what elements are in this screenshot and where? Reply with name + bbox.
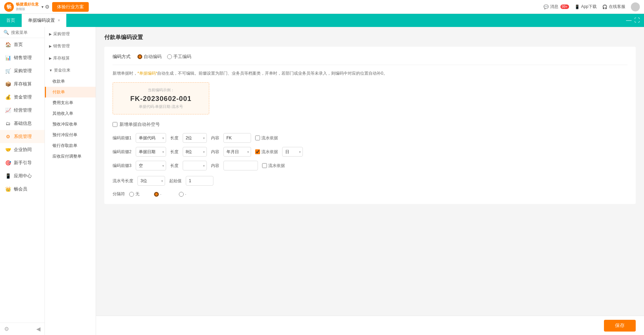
message-item[interactable]: 💬 消息 99+ <box>544 4 569 10</box>
sidebar-item-guide[interactable]: 🎯 新手引导 <box>0 156 45 169</box>
sidebar-item-membership[interactable]: 👑 畅会员 <box>0 183 45 196</box>
sub-group-purchase-header[interactable]: ▶ 采购管理 <box>45 28 96 40</box>
length1-select-wrap[interactable]: 2位 <box>183 133 207 143</box>
sub-group-sales-header[interactable]: ▶ 销售管理 <box>45 40 96 52</box>
serial-start-label: 起始值 <box>169 178 182 184</box>
serial3-checkbox-wrap: 流水依据 <box>262 163 285 169</box>
tab-encoding-settings[interactable]: 单据编码设置 × <box>22 14 66 27</box>
content2-select[interactable]: 年月日 <box>223 147 251 157</box>
settings-footer-icon[interactable]: ⚙ <box>4 326 9 332</box>
search-icon: 🔍 <box>3 30 9 35</box>
sub-item-pre-payable[interactable]: 预付冲应付单 <box>45 130 96 140</box>
length1-select[interactable]: 2位 <box>183 133 207 143</box>
serial2-unit-wrap[interactable]: 日 <box>282 147 303 157</box>
nav-settings-icon[interactable]: ⚙ <box>45 4 49 10</box>
form-row-3: 编码前缀3 空 长度 内容 <box>113 161 627 170</box>
preview-label: 当前编码示例： <box>120 87 202 93</box>
inventory-icon: 📦 <box>5 81 11 87</box>
prefix2-select[interactable]: 单据日期 <box>136 147 166 157</box>
nav-dropdown-arrow[interactable]: ▾ <box>41 4 44 9</box>
message-icon: 💬 <box>544 4 549 9</box>
tab-home[interactable]: 首页 <box>0 14 22 27</box>
service-icon: 🎧 <box>602 4 607 9</box>
sidebar-item-base[interactable]: 🗂 基础信息 <box>0 117 45 130</box>
bottom-bar: 保存 <box>96 316 644 335</box>
serial-length-select[interactable]: 3位 <box>137 176 165 186</box>
auto-zero-checkbox[interactable] <box>113 122 117 127</box>
sidebar-item-apps[interactable]: 📱 应用中心 <box>0 169 45 183</box>
prefix2-select-wrap[interactable]: 单据日期 <box>136 147 166 157</box>
logo-text-block: 畅捷通好生意 旗舰版 <box>16 2 39 11</box>
length3-select-wrap[interactable] <box>183 161 207 170</box>
serial1-checkbox[interactable] <box>255 136 260 140</box>
sidebar-item-sales[interactable]: 📊 销售管理 <box>0 51 45 64</box>
save-button[interactable]: 保存 <box>604 320 636 332</box>
sep-dot2-radio[interactable] <box>179 192 184 197</box>
sub-item-bank[interactable]: 银行存取款单 <box>45 140 96 151</box>
app-download-item[interactable]: 📱 App下载 <box>575 4 597 10</box>
sub-item-other-income[interactable]: 其他收入单 <box>45 108 96 119</box>
sub-item-payment[interactable]: 付款单 <box>45 87 96 97</box>
manual-encoding-radio[interactable] <box>167 54 172 59</box>
sidebar-item-system[interactable]: ⚙ 系统管理 <box>0 130 45 143</box>
sub-item-pre-receivable[interactable]: 预收冲应收单 <box>45 119 96 130</box>
prefix1-select-wrap[interactable]: 单据代码 <box>136 133 166 143</box>
purchase-arrow-icon: ▶ <box>49 32 52 36</box>
sep-dot-option[interactable]: · <box>154 192 173 197</box>
sub-item-adjustment[interactable]: 应收应付调整单 <box>45 151 96 162</box>
sub-group-inventory-header[interactable]: ▶ 库存核算 <box>45 53 96 64</box>
serial3-checkbox[interactable] <box>262 163 267 168</box>
sub-group-purchase: ▶ 采购管理 <box>45 28 96 40</box>
tab-close-button[interactable]: × <box>58 18 60 23</box>
content2-select-wrap[interactable]: 年月日 <box>223 147 251 157</box>
sep-dot-radio[interactable] <box>154 192 159 197</box>
topbar: 畅 畅捷通好生意 旗舰版 ▾ ⚙ 体验行业方案 💬 消息 99+ 📱 App下载… <box>0 0 644 14</box>
sidebar-item-home[interactable]: 🏠 首页 <box>0 38 45 51</box>
sub-group-capital-header[interactable]: ▼ 资金往来 <box>45 65 96 76</box>
sidebar-item-label-home: 首页 <box>14 41 23 48</box>
minimize-icon[interactable]: — <box>626 17 632 24</box>
sidebar-item-enterprise[interactable]: 🤝 企业协同 <box>0 143 45 156</box>
sub-item-receipt[interactable]: 收款单 <box>45 76 96 87</box>
maximize-icon[interactable]: ⛶ <box>634 17 640 24</box>
content3-input[interactable] <box>223 161 258 170</box>
sub-sidebar: ▶ 采购管理 ▶ 销售管理 ▶ 库存核算 ▼ 资金往来 收款单 付款单 费用支出… <box>45 27 96 335</box>
length2-select[interactable]: 8位 <box>183 147 207 157</box>
trial-button[interactable]: 体验行业方案 <box>52 2 89 12</box>
prefix3-select-wrap[interactable]: 空 <box>136 161 166 170</box>
sub-item-expense[interactable]: 费用支出单 <box>45 97 96 108</box>
serial2-unit-select[interactable]: 日 <box>282 147 303 157</box>
sidebar-item-finance[interactable]: 💰 资金管理 <box>0 91 45 104</box>
content1-input[interactable] <box>223 133 251 143</box>
user-avatar[interactable] <box>631 2 640 11</box>
collapse-icon[interactable]: ◀ <box>36 326 40 332</box>
auto-encoding-radio[interactable] <box>137 54 142 59</box>
sub-group-capital-label: 资金往来 <box>54 67 70 73</box>
serial2-checkbox[interactable] <box>255 149 260 154</box>
length2-select-wrap[interactable]: 8位 <box>183 147 207 157</box>
sidebar-item-operations[interactable]: 📈 经营管理 <box>0 104 45 117</box>
serial-start-input[interactable] <box>186 176 213 186</box>
serial-length-select-wrap[interactable]: 3位 <box>137 176 165 186</box>
auto-encoding-option[interactable]: 自动编码 <box>137 54 162 60</box>
auto-zero-label: 新增单据自动补空号 <box>119 121 160 128</box>
preview-box: 当前编码示例： FK-20230602-001 单据代码-单据日期-流水号 <box>113 82 209 114</box>
sales-arrow-icon: ▶ <box>49 44 52 48</box>
topbar-nav[interactable]: ▾ ⚙ <box>41 4 49 10</box>
prefix3-select[interactable]: 空 <box>136 161 166 170</box>
online-service-item[interactable]: 🎧 在线客服 <box>602 4 625 10</box>
length3-select[interactable] <box>183 161 207 170</box>
sep-none-option[interactable]: 无 <box>129 191 148 197</box>
sub-group-inventory-label: 库存核算 <box>53 55 70 61</box>
sidebar-item-inventory[interactable]: 📦 库存核算 <box>0 77 45 91</box>
sep-none-radio[interactable] <box>129 192 134 197</box>
search-input[interactable] <box>11 30 45 35</box>
manual-encoding-option[interactable]: 手工编码 <box>167 54 191 60</box>
sub-group-sales: ▶ 销售管理 <box>45 40 96 52</box>
sidebar-search-bar[interactable]: 🔍 <box>0 27 45 38</box>
membership-icon: 👑 <box>5 186 11 192</box>
sep-dot2-option[interactable]: · <box>179 192 198 197</box>
length2-label: 长度 <box>170 149 179 155</box>
sidebar-item-purchase[interactable]: 🛒 采购管理 <box>0 64 45 77</box>
prefix1-select[interactable]: 单据代码 <box>136 133 166 143</box>
